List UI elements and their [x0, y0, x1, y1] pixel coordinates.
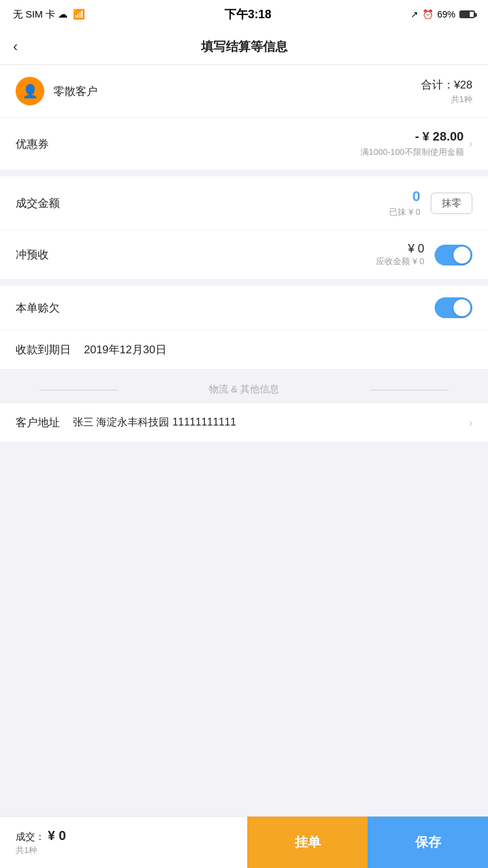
customer-name: 零散客户: [53, 84, 98, 99]
round-zero-button[interactable]: 抹零: [431, 193, 472, 214]
coupon-right: - ¥ 28.00 满1000-100不限制使用金额 ›: [360, 129, 472, 158]
customer-avatar: 👤: [16, 77, 44, 105]
logistics-text: 物流 & 其他信息: [209, 383, 279, 394]
arrears-toggle[interactable]: [435, 297, 472, 318]
battery-percent: 69%: [437, 9, 455, 20]
prepay-label: 冲预收: [16, 247, 49, 262]
prepay-value: ¥ 0: [376, 242, 424, 256]
empty-space: [0, 448, 488, 578]
address-label: 客户地址: [16, 415, 60, 430]
bottom-count: 共1种: [16, 845, 232, 856]
deal-section: 成交金额 0 已抹 ¥ 0 抹零 冲预收 ¥ 0 应收金额 ¥ 0: [0, 176, 488, 279]
coupon-value-block: - ¥ 28.00 满1000-100不限制使用金额: [360, 129, 464, 158]
deal-amount-right: 0 已抹 ¥ 0 抹零: [389, 188, 472, 218]
customer-right: 合计：¥28 共1种: [421, 77, 472, 105]
address-section: 客户地址 张三 海淀永丰科技园 11111111111 ›: [0, 403, 488, 442]
prepay-sub: 应收金额 ¥ 0: [376, 256, 424, 267]
coupon-sub: 满1000-100不限制使用金额: [360, 146, 464, 158]
battery-icon: [459, 10, 475, 18]
bottom-bar: 成交： ¥ 0 共1种 挂单 保存: [0, 816, 488, 868]
prepay-amount-block: ¥ 0 应收金额 ¥ 0: [376, 242, 424, 267]
due-date-value: 2019年12月30日: [84, 342, 167, 357]
arrears-label: 本单赊欠: [16, 301, 60, 316]
address-chevron: ›: [469, 417, 472, 429]
back-button[interactable]: ‹: [13, 38, 18, 55]
status-right: ↗ ⏰ 69%: [411, 9, 475, 20]
arrears-toggle-knob: [454, 299, 470, 316]
coupon-label: 优惠券: [16, 137, 49, 152]
customer-total: 合计：¥28: [421, 77, 472, 92]
toggle-knob: [454, 247, 470, 264]
page-title: 填写结算等信息: [201, 38, 288, 55]
deal-amount-block: 0 已抹 ¥ 0: [389, 188, 420, 218]
prepay-right: ¥ 0 应收金额 ¥ 0: [376, 242, 472, 267]
due-date-row[interactable]: 收款到期日 2019年12月30日: [0, 330, 488, 369]
prepay-toggle[interactable]: [435, 245, 472, 265]
status-bar: 无 SIM 卡 ☁ 📶 下午3:18 ↗ ⏰ 69%: [0, 0, 488, 29]
alarm-icon: ⏰: [422, 9, 433, 20]
status-time: 下午3:18: [224, 7, 271, 22]
arrears-row: 本单赊欠: [0, 286, 488, 330]
address-value: 张三 海淀永丰科技园 11111111111: [73, 416, 236, 429]
hang-button[interactable]: 挂单: [247, 817, 368, 869]
arrears-section: 本单赊欠 收款到期日 2019年12月30日: [0, 286, 488, 369]
nav-bar: ‹ 填写结算等信息: [0, 29, 488, 65]
bottom-info: 成交： ¥ 0 共1种: [0, 828, 247, 856]
address-row[interactable]: 客户地址 张三 海淀永丰科技园 11111111111 ›: [0, 403, 488, 442]
logistics-separator: 物流 & 其他信息: [0, 375, 488, 403]
status-left: 无 SIM 卡 ☁ 📶: [13, 8, 85, 21]
avatar-icon: 👤: [22, 83, 38, 99]
deal-amount-row: 成交金额 0 已抹 ¥ 0 抹零: [0, 176, 488, 230]
sim-label: 无 SIM 卡 ☁: [13, 8, 68, 21]
due-date-label: 收款到期日: [16, 342, 71, 357]
customer-count: 共1种: [421, 94, 472, 105]
customer-row: 👤 零散客户 合计：¥28 共1种: [0, 65, 488, 117]
deal-amount-sub: 已抹 ¥ 0: [389, 206, 420, 218]
bottom-deal-row: 成交： ¥ 0: [16, 828, 232, 843]
deal-amount-value: 0: [413, 188, 420, 205]
save-button[interactable]: 保存: [368, 817, 488, 869]
deal-amount-label: 成交金额: [16, 196, 60, 211]
bottom-deal-amount: ¥ 0: [47, 828, 66, 843]
location-icon: ↗: [411, 9, 418, 20]
coupon-value: - ¥ 28.00: [415, 129, 464, 144]
prepay-row: 冲预收 ¥ 0 应收金额 ¥ 0: [0, 230, 488, 279]
address-left: 客户地址 张三 海淀永丰科技园 11111111111: [16, 415, 236, 430]
wifi-icon: 📶: [73, 8, 85, 20]
bottom-deal-label: 成交：: [16, 831, 45, 842]
coupon-row[interactable]: 优惠券 - ¥ 28.00 满1000-100不限制使用金额 ›: [0, 117, 488, 170]
customer-left: 👤 零散客户: [16, 77, 98, 105]
coupon-chevron: ›: [469, 138, 472, 150]
customer-section: 👤 零散客户 合计：¥28 共1种 优惠券 - ¥ 28.00 满1000-10…: [0, 65, 488, 170]
